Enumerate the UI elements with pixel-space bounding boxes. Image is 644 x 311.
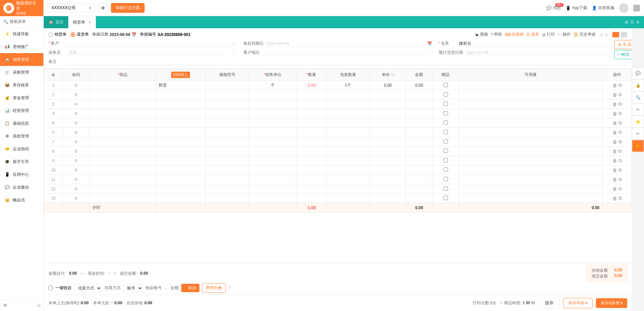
float-search-icon[interactable]: 🔍 — [632, 91, 644, 104]
float-pencil-icon[interactable]: ✏ — [632, 128, 644, 140]
row-pkg-qty[interactable] — [326, 165, 370, 175]
table-wrapper[interactable]: ⚙ 条码 *商品 扫码录入 规格型号 *销售单位 *数量 包装数量 单价 ⓘ 金… — [44, 69, 632, 263]
row-gift[interactable] — [432, 184, 459, 194]
notes-input[interactable] — [67, 58, 627, 65]
row-unit[interactable] — [249, 184, 296, 194]
radio-return[interactable]: 退货单 — [71, 32, 89, 37]
row-gift[interactable] — [432, 100, 459, 109]
float-lock-icon[interactable]: 🔒 — [632, 79, 644, 91]
product-kind-icon[interactable]: ⊙ — [500, 301, 503, 305]
arrears-help-icon[interactable]: ? — [111, 301, 113, 305]
row-product[interactable] — [156, 175, 205, 184]
logistics-panel-btn[interactable]: + 物流 — [614, 50, 632, 59]
row-delete-btn[interactable]: 🗑 — [612, 158, 617, 163]
row-pkg-qty[interactable] — [326, 118, 370, 128]
due-date-input[interactable] — [266, 40, 425, 47]
row-qty[interactable] — [296, 156, 326, 165]
row-amount[interactable] — [406, 156, 432, 165]
row-spec[interactable] — [205, 184, 249, 194]
row-gift[interactable] — [432, 109, 459, 118]
row-delete-btn[interactable]: 🗑 — [612, 177, 617, 182]
row-pkg-qty[interactable] — [326, 184, 370, 194]
app-download-button[interactable]: 📱 App下载 — [566, 5, 587, 11]
row-settings[interactable]: ⚙ — [63, 109, 89, 118]
row-unit[interactable] — [249, 194, 296, 203]
row-spec[interactable] — [205, 90, 249, 100]
row-barcode[interactable] — [89, 156, 156, 165]
row-copy-btn[interactable]: ⧉ — [618, 120, 622, 126]
row-unit[interactable] — [249, 90, 296, 100]
tab-close-all[interactable]: ✕ — [636, 20, 640, 25]
row-amount[interactable]: 0.00 — [406, 81, 432, 90]
row-gift[interactable] — [432, 156, 459, 165]
row-delete-btn[interactable]: 🗑 — [612, 186, 617, 192]
row-settings[interactable]: ⚙ — [63, 128, 89, 137]
row-amount[interactable] — [406, 137, 432, 147]
row-gift[interactable] — [432, 147, 459, 156]
sidebar-item-wechat[interactable]: 💬 企业微信 — [0, 181, 43, 194]
row-settings[interactable]: ⚙ — [63, 81, 89, 90]
row-qty[interactable] — [296, 100, 326, 109]
row-amount[interactable] — [406, 109, 432, 118]
row-barcode[interactable] — [89, 100, 156, 109]
sidebar-item-search[interactable]: 🔍 搜索菜单 — [0, 16, 43, 28]
row-product[interactable] — [156, 118, 205, 128]
select-btn[interactable]: ☰ 选单 — [526, 32, 539, 37]
row-unit-price[interactable] — [370, 194, 406, 203]
tab-home[interactable]: 🏠 首页 — [44, 16, 68, 28]
row-settings[interactable]: ⚙ — [63, 147, 89, 156]
row-unit[interactable] — [249, 118, 296, 128]
operation-btn[interactable]: ⋯ 操作 — [558, 32, 571, 37]
online-service-button[interactable]: 👤 在线客服 — [592, 5, 614, 11]
row-qty[interactable] — [296, 90, 326, 100]
save-new-button[interactable]: 保存&新增 ▾ — [596, 298, 627, 308]
warehouse-input[interactable] — [458, 40, 620, 47]
row-barcode[interactable] — [89, 128, 156, 137]
row-amount[interactable] — [406, 175, 432, 184]
row-product[interactable] — [156, 165, 205, 175]
row-spec[interactable] — [205, 109, 249, 118]
view-card-icon[interactable] — [612, 32, 619, 37]
row-unit-price[interactable] — [370, 118, 406, 128]
header-settings-button[interactable]: ⚙ — [98, 3, 108, 13]
row-delete-btn[interactable]: 🗑 — [612, 92, 617, 98]
row-delete-btn[interactable]: 🗑 — [612, 139, 617, 145]
row-spec[interactable] — [205, 165, 249, 175]
sidebar-item-finance[interactable]: 💰 资金管理 — [0, 91, 43, 104]
row-delete-btn[interactable]: 🗑 — [612, 149, 617, 154]
row-unit[interactable] — [249, 109, 296, 118]
row-amount[interactable] — [406, 194, 432, 203]
float-edit-icon[interactable]: ✏ — [632, 104, 644, 116]
row-barcode[interactable] — [89, 109, 156, 118]
row-qty[interactable] — [296, 175, 326, 184]
row-unit[interactable]: 个 — [249, 81, 296, 90]
row-settings[interactable]: ⚙ — [63, 175, 89, 184]
account-select[interactable]: 账号 — [123, 284, 143, 292]
row-unit-price[interactable] — [370, 109, 406, 118]
row-settings[interactable]: ⚙ — [63, 90, 89, 100]
view-list-icon[interactable] — [620, 32, 627, 37]
row-settings[interactable]: ⚙ — [63, 156, 89, 165]
discount-help-icon[interactable]: ? — [108, 271, 111, 276]
row-unit-price[interactable] — [370, 184, 406, 194]
row-unit[interactable] — [249, 147, 296, 156]
nav-prev-icon[interactable]: ◁ — [600, 32, 603, 37]
row-settings[interactable]: ⚙ — [63, 100, 89, 109]
sidebar-item-purchase-mgmt[interactable]: 🛒 采购管理 — [0, 66, 43, 79]
row-unit[interactable] — [249, 165, 296, 175]
sidebar-item-guide[interactable]: 🎓 新手引导 — [0, 155, 43, 168]
row-unit-price[interactable] — [370, 165, 406, 175]
row-copy-btn[interactable]: ⧉ — [618, 82, 622, 88]
row-pkg-qty[interactable] — [326, 194, 370, 203]
customer-input[interactable] — [67, 40, 229, 47]
discard-button[interactable]: 放弃 — [538, 298, 560, 308]
row-pkg-qty[interactable] — [326, 147, 370, 156]
sidebar-item-sales-mgmt[interactable]: 🏠 销售管理 — [0, 53, 43, 66]
nav-next-icon[interactable]: ▷ — [605, 32, 608, 37]
row-gift[interactable] — [432, 175, 459, 184]
user-avatar[interactable] — [619, 3, 629, 13]
row-amount[interactable] — [406, 184, 432, 194]
print-btn[interactable]: 🖨 打印 — [542, 32, 555, 37]
float-chat-icon[interactable]: 💬 — [632, 67, 644, 79]
row-pkg-qty[interactable] — [326, 175, 370, 184]
